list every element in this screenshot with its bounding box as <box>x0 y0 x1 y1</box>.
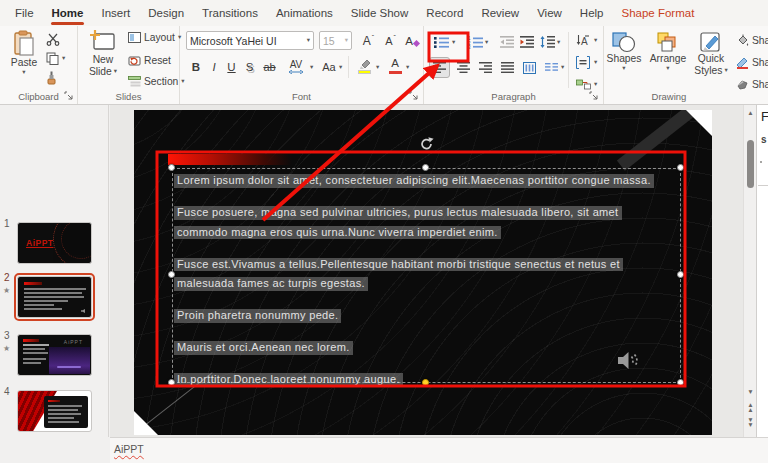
align-left-button[interactable] <box>429 57 450 78</box>
text-line[interactable]: In porttitor.Donec laoreet nonummy augue… <box>174 373 403 387</box>
tab-record[interactable]: Record <box>417 0 472 26</box>
text-direction-button[interactable]: A <box>574 32 592 48</box>
strikethrough-button[interactable]: ab <box>260 57 279 77</box>
text-line[interactable]: Proin pharetra nonummy pede. <box>174 309 341 323</box>
tab-transitions[interactable]: Transitions <box>193 0 267 26</box>
tab-insert[interactable]: Insert <box>92 0 139 26</box>
arrange-button[interactable]: Arrange ▾ <box>646 31 690 71</box>
shape-effects-button[interactable]: Shape Effects <box>736 78 768 91</box>
slide-thumbnail-4[interactable] <box>17 390 92 432</box>
italic-button[interactable]: I <box>207 57 221 77</box>
slide-thumbnail-2[interactable] <box>17 276 92 318</box>
reset-button[interactable]: Reset <box>128 54 171 66</box>
notes-text[interactable]: AiPPT <box>114 443 144 455</box>
align-right-button[interactable] <box>475 57 495 78</box>
highlight-color-button[interactable] <box>355 55 373 77</box>
shape-fill-button[interactable]: Shape Fill <box>736 34 768 47</box>
font-color-button[interactable]: A <box>387 55 403 77</box>
resize-handle-bottom-right[interactable] <box>677 379 684 386</box>
cut-button[interactable] <box>46 33 60 46</box>
resize-handle-middle-right[interactable] <box>677 271 684 278</box>
bold-button[interactable]: B <box>188 57 204 77</box>
resize-handle-top-right[interactable] <box>677 164 684 171</box>
text-line[interactable]: malesuada fames ac turpis egestas. <box>174 277 368 291</box>
change-case-button[interactable]: Aa <box>319 57 339 77</box>
decrease-indent-button[interactable] <box>498 33 516 51</box>
layout-button[interactable]: Layout ▾ <box>128 32 181 43</box>
tab-animations[interactable]: Animations <box>267 0 342 26</box>
text-direction-chevron-icon[interactable]: ▾ <box>594 37 597 44</box>
slide-thumbnail-3[interactable]: AiPPT <box>17 334 92 376</box>
font-color-chevron-icon[interactable]: ▾ <box>406 64 409 71</box>
audio-speaker-icon[interactable] <box>616 350 640 371</box>
grow-font-button[interactable]: Aˆ <box>359 31 378 50</box>
text-line[interactable]: Fusce posuere, magna sed pulvinar ultric… <box>174 206 622 220</box>
section-button[interactable]: Section ▾ <box>128 76 185 87</box>
convert-to-smartart-button[interactable] <box>574 76 592 92</box>
clipboard-dialog-launcher[interactable] <box>64 91 74 101</box>
justify-button[interactable] <box>497 57 517 78</box>
text-line[interactable]: Lorem ipsum dolor sit amet, consectetuer… <box>174 174 654 188</box>
numbering-chevron-icon[interactable]: ▾ <box>485 39 488 46</box>
line-spacing-button[interactable] <box>538 33 556 51</box>
paste-button[interactable]: Paste ▾ <box>6 30 42 75</box>
line-spacing-icon <box>540 36 555 48</box>
slide-canvas[interactable]: Lorem ipsum dolor sit amet, consectetuer… <box>134 110 712 435</box>
new-slide-button[interactable]: New Slide ▾ <box>82 30 124 78</box>
text-line[interactable]: Mauris et orci.Aenean nec lorem. <box>174 341 353 355</box>
clear-formatting-button[interactable]: A <box>403 31 421 50</box>
vertical-scrollbar[interactable]: ▲ ▼ ▲▲ ▼▼ <box>743 105 756 437</box>
resize-handle-top-center[interactable] <box>422 164 429 171</box>
tab-view[interactable]: View <box>528 0 571 26</box>
scrollbar-thumb[interactable] <box>747 140 754 188</box>
text-shadow-button[interactable]: S <box>242 57 257 77</box>
quick-styles-button[interactable]: Quick Styles ▾ <box>690 31 732 77</box>
highlight-chevron-icon[interactable]: ▾ <box>376 64 379 71</box>
slide-thumbnail-1[interactable]: AiPPT <box>17 222 92 264</box>
tab-home[interactable]: Home <box>43 0 93 26</box>
increase-indent-button[interactable] <box>518 33 536 51</box>
resize-handle-top-left[interactable] <box>168 164 175 171</box>
font-dialog-launcher[interactable] <box>409 91 419 101</box>
shapes-button[interactable]: Shapes ▾ <box>604 31 644 71</box>
font-name-value: Microsoft YaHei UI <box>190 35 277 47</box>
line-spacing-chevron-icon[interactable]: ▾ <box>557 39 560 46</box>
shape-outline-button[interactable]: Shape Outline <box>736 56 768 69</box>
text-line[interactable]: commodo magna eros quis urna.Nunc viverr… <box>174 226 501 240</box>
resize-handle-bottom-left[interactable] <box>168 379 175 386</box>
align-text-button[interactable] <box>574 54 592 70</box>
rotate-handle[interactable] <box>419 136 434 151</box>
tab-slide-show[interactable]: Slide Show <box>342 0 418 26</box>
paragraph-dialog-launcher[interactable] <box>589 91 599 101</box>
align-text-chevron-icon[interactable]: ▾ <box>594 59 597 66</box>
distribute-text-button[interactable] <box>519 57 539 78</box>
tab-shape-format[interactable]: Shape Format <box>613 0 704 26</box>
tab-help[interactable]: Help <box>571 0 613 26</box>
smartart-chevron-icon[interactable]: ▾ <box>594 81 597 88</box>
increase-indent-icon <box>520 36 534 48</box>
underline-button[interactable]: U <box>224 57 239 77</box>
change-case-chevron-icon[interactable]: ▾ <box>339 64 342 71</box>
format-painter-button[interactable] <box>46 71 60 85</box>
tab-design[interactable]: Design <box>139 0 193 26</box>
bullets-chevron-icon[interactable]: ▾ <box>452 39 455 46</box>
bullets-button[interactable] <box>432 33 450 51</box>
tab-review[interactable]: Review <box>472 0 528 26</box>
shrink-font-button[interactable]: Aˇ <box>381 31 400 50</box>
copy-button[interactable]: ▾ <box>46 52 65 65</box>
columns-button[interactable] <box>542 57 560 78</box>
layout-icon <box>128 32 141 43</box>
tab-file[interactable]: File <box>6 0 43 26</box>
align-center-button[interactable] <box>453 57 473 78</box>
resize-handle-middle-left[interactable] <box>168 271 175 278</box>
font-name-combobox[interactable]: Microsoft YaHei UI ▾ <box>186 31 314 50</box>
numbering-button[interactable]: 123 <box>466 33 484 51</box>
font-size-combobox[interactable]: 15 ▾ <box>319 31 352 50</box>
adjust-handle-bottom-center[interactable] <box>422 379 429 386</box>
columns-chevron-icon[interactable]: ▾ <box>561 64 564 71</box>
notes-pane[interactable]: AiPPT <box>110 437 768 463</box>
text-box-content[interactable]: Lorem ipsum dolor sit amet, consectetuer… <box>174 170 654 401</box>
text-line[interactable]: Fusce est.Vivamus a tellus.Pellentesque … <box>174 258 623 272</box>
character-spacing-chevron-icon[interactable]: ▾ <box>310 64 313 71</box>
character-spacing-button[interactable]: AV <box>283 57 309 77</box>
